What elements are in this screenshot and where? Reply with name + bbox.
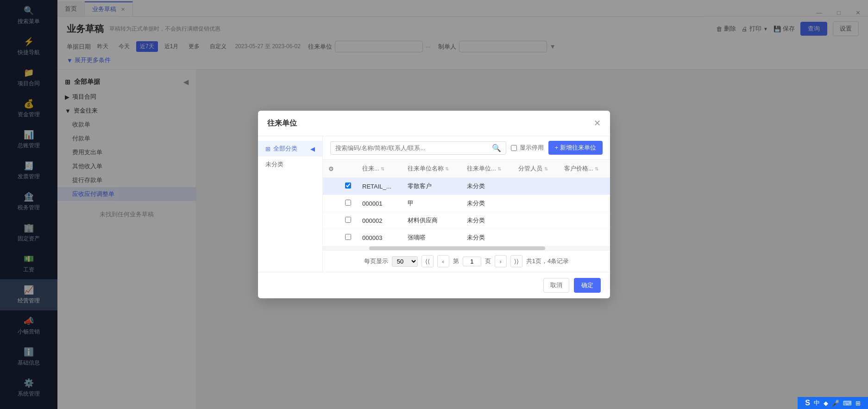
modal-body: ⊞ 全部分类 ◀ 未分类 🔍 显示停用 [258,136,610,272]
row-category-1: 未分类 [461,178,513,195]
col-header-salesperson[interactable]: 分管人员 ⇅ [513,160,559,178]
col-header-gear[interactable]: ⚙ [323,160,340,178]
row-price-level-4 [559,229,610,246]
row-salesperson-2 [513,195,559,212]
brand-icon: S [805,399,810,407]
per-page-label: 每页显示 [364,257,388,265]
row-gear-4[interactable] [323,229,340,246]
row-code-2: 000001 [357,195,402,212]
first-page-button[interactable]: ⟨⟨ [421,255,434,267]
total-info: 共1页，4条记录 [526,257,569,265]
row-code-3: 000002 [357,212,402,229]
modal-title: 往来单位 [267,119,297,128]
sort-icon: ⇅ [381,166,384,171]
table-row[interactable]: 000001 甲 未分类 [323,195,610,212]
grid3-icon[interactable]: ⊞ [855,400,861,407]
mic-icon[interactable]: 🎤 [832,400,839,407]
row-salesperson-3 [513,212,559,229]
modal-sidebar-all-categories[interactable]: ⊞ 全部分类 ◀ [258,141,322,157]
modal-table: ⚙ 往来... ⇅ 往来单位名称 ⇅ [323,160,610,246]
col-header-category[interactable]: 往来单位... ⇅ [461,160,513,178]
search-icon[interactable]: 🔍 [492,144,501,152]
confirm-button[interactable]: 确定 [574,278,601,293]
modal-toolbar: 🔍 显示停用 + 新增往来单位 [323,136,610,160]
search-box: 🔍 [330,141,506,155]
row-gear-1[interactable] [323,178,340,195]
last-page-button[interactable]: ⟩⟩ [510,255,522,267]
table-row[interactable]: 000003 张嘀嗒 未分类 [323,229,610,246]
modal-footer: 取消 确定 [258,272,610,298]
sidebar-collapse-icon[interactable]: ◀ [310,145,315,152]
statusbar: S 中 ◆ 🎤 ⌨ ⊞ [798,397,868,409]
search-input[interactable] [335,145,489,151]
table-row[interactable]: 000002 材料供应商 未分类 [323,212,610,229]
row-category-2: 未分类 [461,195,513,212]
row-check-4[interactable] [340,229,357,246]
modal-close-button[interactable]: ✕ [594,118,601,128]
show-disabled-checkbox-label[interactable]: 显示停用 [511,144,544,152]
sort-icon3: ⇅ [497,166,501,171]
pagination: 每页显示 50 100 ⟨⟨ ‹ 第 页 › ⟩⟩ 共1页，4条记录 [323,250,610,272]
row-name-2: 甲 [402,195,461,212]
row-name-4: 张嘀嗒 [402,229,461,246]
sort-icon2: ⇅ [445,166,449,171]
row-price-level-1 [559,178,610,195]
row-salesperson-1 [513,178,559,195]
table-row[interactable]: RETAIL_... 零散客户 未分类 [323,178,610,195]
page-number-input[interactable] [463,257,481,266]
horizontal-scrollbar[interactable] [323,246,610,250]
row-price-level-3 [559,212,610,229]
row-name-3: 材料供应商 [402,212,461,229]
keyboard-icon[interactable]: ⌨ [843,400,852,407]
next-page-button[interactable]: › [495,255,507,267]
row-category-3: 未分类 [461,212,513,229]
partner-modal: 往来单位 ✕ ⊞ 全部分类 ◀ 未分类 [258,111,610,298]
modal-sidebar: ⊞ 全部分类 ◀ 未分类 [258,136,323,272]
per-page-select[interactable]: 50 100 [392,256,418,267]
scroll-thumb[interactable] [369,246,545,250]
row-check-3[interactable] [340,212,357,229]
modal-content-area: 🔍 显示停用 + 新增往来单位 ⚙ [323,136,610,272]
sort-icon5: ⇅ [595,166,598,171]
modal-header: 往来单位 ✕ [258,111,610,136]
row-name-1: 零散客户 [402,178,461,195]
table-header-row: ⚙ 往来... ⇅ 往来单位名称 ⇅ [323,160,610,178]
col-header-price-level[interactable]: 客户价格... ⇅ [559,160,610,178]
diamond-icon: ◆ [824,400,828,407]
grid2-icon: ⊞ [265,145,270,152]
row-gear-2[interactable] [323,195,340,212]
partner-table: ⚙ 往来... ⇅ 往来单位名称 ⇅ [323,160,610,246]
row-code-1: RETAIL_... [357,178,402,195]
col-header-name[interactable]: 往来单位名称 ⇅ [402,160,461,178]
row-check-2[interactable] [340,195,357,212]
show-disabled-checkbox[interactable] [511,145,517,151]
row-category-4: 未分类 [461,229,513,246]
page-suffix: 页 [485,257,491,265]
row-check-1[interactable] [340,178,357,195]
page-label: 第 [453,257,459,265]
add-partner-button[interactable]: + 新增往来单位 [548,141,603,155]
row-price-level-2 [559,195,610,212]
modal-overlay: 往来单位 ✕ ⊞ 全部分类 ◀ 未分类 [0,0,868,409]
modal-sidebar-uncategorized[interactable]: 未分类 [258,157,322,172]
row-code-4: 000003 [357,229,402,246]
cancel-button[interactable]: 取消 [543,278,569,293]
lang-icon[interactable]: 中 [814,399,820,407]
prev-page-button[interactable]: ‹ [437,255,449,267]
row-gear-3[interactable] [323,212,340,229]
sort-icon4: ⇅ [544,166,548,171]
col-header-check [340,160,357,178]
row-salesperson-4 [513,229,559,246]
col-header-code[interactable]: 往来... ⇅ [357,160,402,178]
